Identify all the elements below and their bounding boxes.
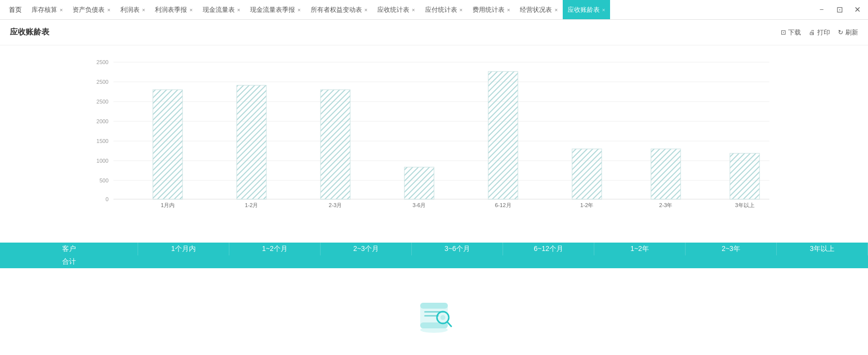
close-business-status-tab[interactable]: × [554,7,557,13]
tab-business-status[interactable]: 经营状况表 × [515,0,562,20]
tab-profit-quarterly[interactable]: 利润表季报 × [150,0,197,20]
download-button[interactable]: ⊡ 下载 [781,28,801,37]
col-total: 合计 [0,255,138,268]
col-customer: 客户 [0,243,138,255]
svg-text:2000: 2000 [97,118,108,124]
print-button[interactable]: 🖨 打印 [809,28,830,37]
minimize-button[interactable]: － [815,3,829,17]
tab-expense-stats[interactable]: 费用统计表 × [468,0,515,20]
print-icon: 🖨 [809,29,815,36]
svg-point-33 [440,315,445,320]
bar-2-3月 [321,90,350,199]
col-2-3year: 2~3年 [686,243,777,255]
tab-cashflow[interactable]: 现金流量表 × [198,0,245,20]
bar-6-12月 [488,71,518,199]
tab-balance-sheet[interactable]: 资产负债表 × [68,0,115,20]
close-balance-tab[interactable]: × [107,7,110,13]
page-header: 应收账龄表 ⊡ 下载 🖨 打印 ↻ 刷新 [0,20,868,45]
tab-inventory[interactable]: 库存核算 × [27,0,68,20]
tab-bar: 首页 库存核算 × 资产负债表 × 利润表 × 利润表季报 × 现金流量表 × … [0,0,868,20]
close-cashflow-quarterly-tab[interactable]: × [297,7,300,13]
page-title: 应收账龄表 [10,27,49,37]
svg-text:2500: 2500 [97,99,108,105]
bar-3年以上 [730,153,760,199]
close-profit-tab[interactable]: × [142,7,145,13]
refresh-icon: ↻ [838,29,843,36]
svg-text:1000: 1000 [97,158,108,164]
chart-area: 2500 2500 2500 2000 1500 1000 500 0 [0,45,868,243]
svg-text:0: 0 [106,196,108,202]
bar-1月内 [153,90,182,199]
empty-icon [409,288,459,337]
tab-home[interactable]: 首页 [4,5,27,14]
svg-text:3年以上: 3年以上 [735,202,754,208]
svg-text:1500: 1500 [97,138,108,144]
close-inventory-tab[interactable]: × [60,7,63,13]
close-expense-stats-tab[interactable]: × [507,7,510,13]
bar-1-2月 [237,85,266,199]
svg-text:1-2年: 1-2年 [580,202,594,208]
refresh-button[interactable]: ↻ 刷新 [838,28,858,37]
col-3-6month: 3~6个月 [412,243,503,255]
svg-text:2500: 2500 [97,59,108,65]
tab-ap-stats[interactable]: 应付统计表 × [420,0,468,20]
col-1month: 1个月内 [138,243,229,255]
svg-rect-27 [420,303,448,309]
close-ar-aging-tab[interactable]: × [602,7,605,13]
svg-text:6-12月: 6-12月 [495,202,511,208]
svg-text:2500: 2500 [97,79,108,85]
table-header: 客户 1个月内 1~2个月 2~3个月 3~6个月 6~12个月 1~2年 2~… [0,243,868,268]
tab-bar-actions: － ⊡ ✕ [815,3,864,17]
main-content: 2500 2500 2500 2000 1500 1000 500 0 [0,45,868,355]
bar-1-2年 [572,149,602,199]
tab-ar-stats[interactable]: 应收统计表 × [372,0,420,20]
col-3plus-year: 3年以上 [777,243,868,255]
close-ar-stats-tab[interactable]: × [412,7,415,13]
close-profit-quarterly-tab[interactable]: × [189,7,192,13]
tab-equity[interactable]: 所有者权益变动表 × [306,0,372,20]
svg-text:1-2月: 1-2月 [245,202,258,208]
bar-2-3年 [651,149,681,199]
tab-ar-aging[interactable]: 应收账龄表 × [563,0,610,20]
svg-line-32 [447,322,451,326]
svg-text:500: 500 [100,178,108,183]
col-2-3month: 2~3个月 [321,243,412,255]
maximize-button[interactable]: ⊡ [832,3,846,17]
close-window-button[interactable]: ✕ [850,3,864,17]
close-cashflow-tab[interactable]: × [237,7,240,13]
close-ap-stats-tab[interactable]: × [460,7,463,13]
tab-cashflow-quarterly[interactable]: 现金流量表季报 × [245,0,305,20]
bar-3-6月 [404,167,434,199]
tab-profit[interactable]: 利润表 × [115,0,150,20]
download-icon: ⊡ [781,29,786,36]
empty-state [0,268,868,355]
svg-text:2-3年: 2-3年 [659,202,673,208]
svg-text:3-6月: 3-6月 [413,202,426,208]
page-actions: ⊡ 下载 🖨 打印 ↻ 刷新 [781,28,858,37]
svg-text:2-3月: 2-3月 [329,202,342,208]
close-equity-tab[interactable]: × [364,7,367,13]
bar-chart: 2500 2500 2500 2000 1500 1000 500 0 [10,55,858,213]
svg-text:1月内: 1月内 [161,202,175,208]
col-6-12month: 6~12个月 [503,243,594,255]
col-1-2year: 1~2年 [594,243,686,255]
col-1-2month: 1~2个月 [229,243,321,255]
